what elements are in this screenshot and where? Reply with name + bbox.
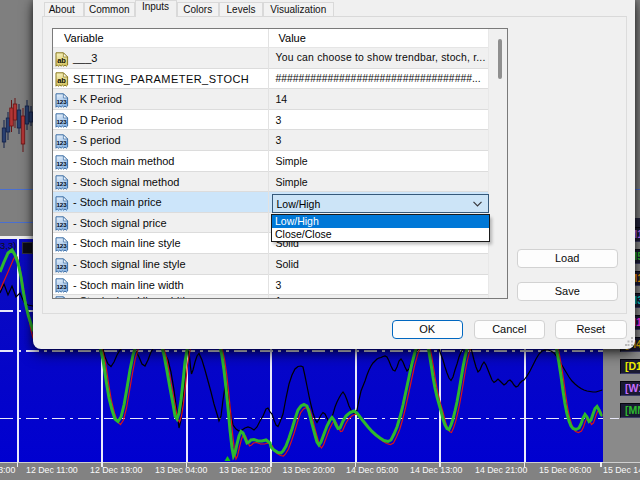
svg-text:123: 123 [56,159,67,166]
svg-text:123: 123 [56,200,67,207]
svg-text:123: 123 [56,118,67,125]
svg-text:123: 123 [56,221,67,228]
svg-text:123: 123 [56,138,67,145]
svg-text:123: 123 [56,97,67,104]
svg-text:ab: ab [57,55,66,64]
svg-text:123: 123 [56,262,67,269]
svg-text:123: 123 [56,180,67,187]
svg-text:123: 123 [56,283,67,290]
svg-text:ab: ab [57,76,66,85]
svg-text:123: 123 [56,241,67,248]
